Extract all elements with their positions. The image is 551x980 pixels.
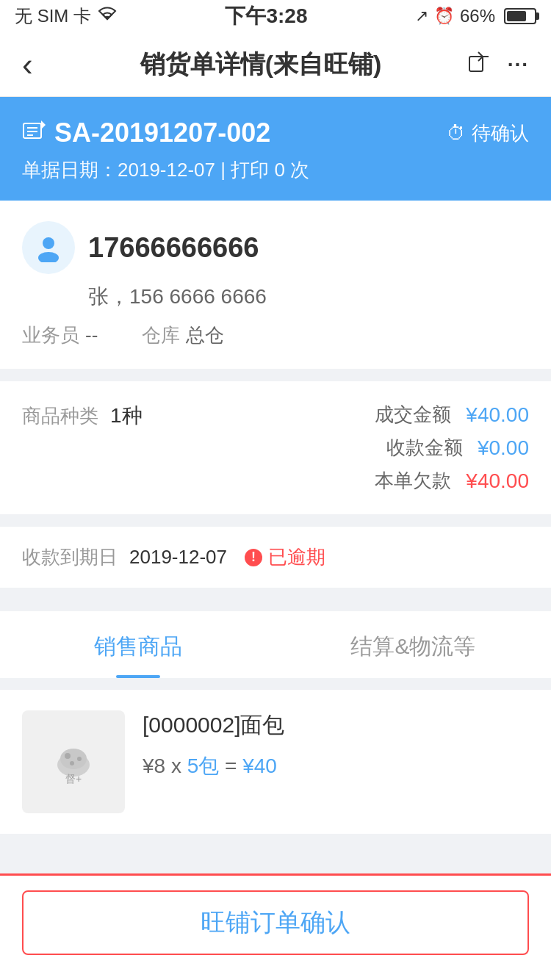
customer-name: 张，156 6666 6666: [22, 283, 529, 311]
status-left: 无 SIM 卡: [15, 4, 118, 28]
sales-value: --: [85, 324, 98, 347]
warehouse-label: 仓库: [142, 323, 180, 348]
order-status: ⏱ 待确认: [447, 120, 529, 146]
order-status-text: 待确认: [472, 120, 529, 146]
owed-row: 本单欠款 ¥40.00: [375, 468, 529, 494]
warehouse-meta: 仓库 总仓: [142, 323, 224, 348]
svg-point-11: [70, 761, 74, 765]
svg-point-6: [38, 252, 59, 262]
order-icon: [22, 120, 46, 146]
alarm-icon: ⏰: [434, 7, 454, 26]
product-card: 督+ [0000002]面包 ¥8 x 5包 = ¥40: [0, 690, 551, 834]
overdue-text: 已逾期: [268, 544, 325, 570]
product-qty: 5包: [187, 754, 220, 777]
header-top: SA-20191207-002 ⏱ 待确认: [22, 118, 529, 148]
product-price: ¥8 x 5包 = ¥40: [143, 752, 529, 780]
status-time: 下午3:28: [225, 2, 307, 30]
share-icon[interactable]: [468, 51, 490, 78]
svg-text:督+: 督+: [65, 773, 82, 785]
customer-row: 17666666666: [22, 221, 529, 274]
product-total: ¥40: [242, 754, 277, 777]
svg-point-10: [77, 757, 82, 761]
summary-left: 商品种类 1种: [22, 402, 143, 430]
tab-products[interactable]: 销售商品: [0, 611, 276, 678]
owed-label: 本单欠款: [375, 468, 451, 494]
svg-point-8: [60, 749, 87, 769]
order-id-text: SA-20191207-002: [54, 118, 270, 148]
warehouse-value: 总仓: [186, 323, 224, 348]
due-date-label: 收款到期日: [22, 544, 118, 570]
nav-actions: ···: [455, 51, 529, 78]
price-formula: ¥8 x: [143, 754, 187, 777]
owed-value: ¥40.00: [466, 469, 529, 493]
back-button[interactable]: ‹: [22, 46, 66, 83]
product-image: 督+: [22, 710, 125, 813]
due-date-value: 2019-12-07: [129, 546, 227, 569]
more-icon[interactable]: ···: [508, 53, 529, 76]
received-row: 收款金额 ¥0.00: [386, 435, 529, 461]
status-right: ↗ ⏰ 66%: [415, 6, 536, 26]
sales-meta: 业务员 --: [22, 323, 98, 348]
nav-bar: ‹ 销货单详情(来自旺铺) ···: [0, 32, 551, 97]
customer-card: 17666666666 张，156 6666 6666 业务员 -- 仓库 总仓: [0, 201, 551, 369]
carrier-text: 无 SIM 卡: [15, 4, 91, 28]
received-value: ¥0.00: [478, 436, 529, 460]
summary-row: 商品种类 1种 成交金额 ¥40.00 收款金额 ¥0.00 本单欠款 ¥40.…: [22, 402, 529, 494]
bottom-bar: 旺铺订单确认: [0, 873, 551, 980]
received-label: 收款金额: [386, 435, 463, 461]
order-id: SA-20191207-002: [22, 118, 270, 148]
confirm-order-button[interactable]: 旺铺订单确认: [22, 890, 529, 955]
order-date: 单据日期：2019-12-07 | 打印 0 次: [22, 157, 529, 183]
avatar: [22, 221, 75, 274]
svg-point-5: [43, 237, 54, 249]
product-name: [0000002]面包: [143, 710, 529, 741]
page-title: 销货单详情(来自旺铺): [66, 48, 455, 82]
overdue-badge: ! 已逾期: [245, 544, 325, 570]
price-equals: =: [219, 754, 242, 777]
order-header-card: SA-20191207-002 ⏱ 待确认 单据日期：2019-12-07 | …: [0, 97, 551, 201]
tab-bar: 销售商品 结算&物流等: [0, 611, 551, 678]
transaction-label: 成交金额: [375, 402, 451, 428]
transaction-row: 成交金额 ¥40.00: [375, 402, 529, 428]
location-icon: ↗: [415, 7, 428, 26]
status-clock-icon: ⏱: [447, 122, 466, 145]
battery-icon: [504, 8, 536, 24]
tab-settlement[interactable]: 结算&物流等: [276, 611, 551, 678]
product-type-label: 商品种类: [22, 403, 98, 429]
customer-meta: 业务员 -- 仓库 总仓: [22, 323, 529, 348]
wifi-icon: [97, 6, 118, 26]
status-bar: 无 SIM 卡 下午3:28 ↗ ⏰ 66%: [0, 0, 551, 32]
product-type-value: 1种: [110, 402, 143, 430]
customer-phone: 17666666666: [88, 232, 259, 264]
sales-label: 业务员: [22, 323, 79, 348]
svg-point-9: [65, 753, 71, 759]
due-date-card: 收款到期日 2019-12-07 ! 已逾期: [0, 527, 551, 588]
battery-text: 66%: [460, 6, 495, 26]
product-info: [0000002]面包 ¥8 x 5包 = ¥40: [143, 710, 529, 813]
summary-card: 商品种类 1种 成交金额 ¥40.00 收款金额 ¥0.00 本单欠款 ¥40.…: [0, 381, 551, 514]
transaction-value: ¥40.00: [466, 403, 529, 427]
overdue-icon: !: [245, 549, 262, 566]
summary-right: 成交金额 ¥40.00 收款金额 ¥0.00 本单欠款 ¥40.00: [375, 402, 529, 494]
